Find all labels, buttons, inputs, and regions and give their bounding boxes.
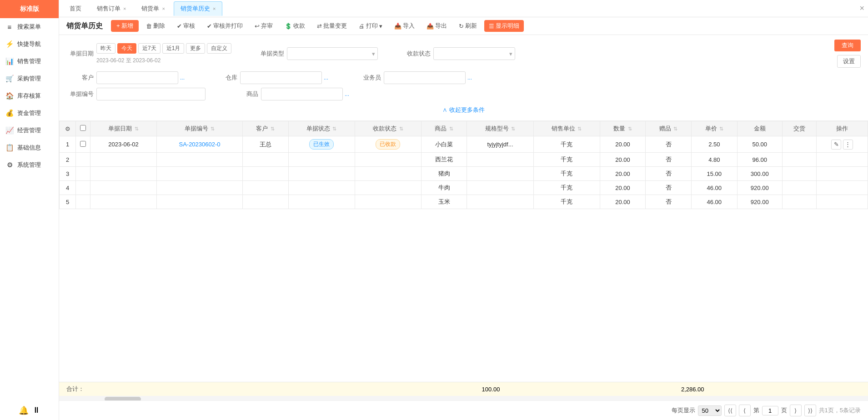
export-button[interactable]: 📤 导出: [422, 20, 452, 32]
col-doc-date[interactable]: 单据日期 ⇅: [90, 121, 157, 136]
sidebar-item-sales-mgmt[interactable]: 📊 销售管理: [0, 53, 59, 70]
set-button[interactable]: 设置: [837, 55, 861, 68]
export-icon: 📤: [426, 23, 434, 30]
collapse-filter-btn[interactable]: ∧ 收起更多条件: [66, 104, 861, 116]
col-checkbox[interactable]: [76, 121, 90, 136]
payment-status-dropdown-icon: ▾: [509, 50, 512, 57]
prev-page-btn[interactable]: ⟨: [739, 405, 751, 416]
col-qty[interactable]: 数量 ⇅: [600, 121, 646, 136]
date-btn-1month[interactable]: 近1月: [162, 43, 185, 54]
first-page-btn[interactable]: ⟨⟨: [724, 405, 736, 416]
page-number-input[interactable]: [762, 406, 778, 415]
sidebar-item-sys-mgmt[interactable]: ⚙ 系统管理: [0, 156, 59, 174]
cell-gift: 否: [646, 181, 692, 195]
pause-icon[interactable]: ⏸: [32, 405, 40, 415]
customer-input[interactable]: [96, 71, 178, 84]
query-button[interactable]: 查询: [834, 40, 861, 51]
staff-input[interactable]: [384, 71, 466, 84]
print-button[interactable]: 🖨 打印 ▾: [354, 20, 387, 32]
more-action-btn[interactable]: ⋮: [843, 140, 853, 150]
date-filter-field: 单据日期 昨天 今天 近7天 近1月 更多 自定义 2023-06-02 至 2…: [66, 43, 231, 65]
per-page-select[interactable]: 20 50 100: [698, 405, 722, 416]
date-btn-more[interactable]: 更多: [186, 43, 205, 54]
sidebar-item-ops-mgmt[interactable]: 📈 经营管理: [0, 122, 59, 139]
tab-sales-history[interactable]: 销货单历史 ×: [174, 1, 222, 16]
audit-print-button[interactable]: ✔ 审核并打印: [202, 20, 247, 32]
cell-doc-date: [90, 167, 157, 181]
tab-sales-order-close[interactable]: ×: [123, 6, 126, 11]
cell-checkbox[interactable]: [76, 136, 90, 153]
warehouse-ellipsis-btn[interactable]: ...: [324, 75, 328, 81]
col-action: 操作: [816, 121, 868, 136]
sidebar-item-search-menu[interactable]: ≡ 搜索菜单: [0, 18, 59, 35]
horizontal-scrollbar[interactable]: [59, 396, 868, 400]
delete-button[interactable]: 🗑 删除: [141, 20, 170, 32]
date-btn-yesterday[interactable]: 昨天: [96, 43, 115, 54]
cell-checkbox[interactable]: [76, 181, 90, 195]
col-sales-unit[interactable]: 销售单位 ⇅: [533, 121, 600, 136]
settings-icon[interactable]: ⚙: [65, 125, 70, 132]
cell-sales-unit: 千克: [533, 153, 600, 167]
warehouse-input[interactable]: [240, 71, 322, 84]
date-btn-custom[interactable]: 自定义: [207, 43, 231, 54]
show-detail-button[interactable]: ☰ 显示明细: [484, 20, 524, 32]
col-spec-type[interactable]: 规格型号 ⇅: [467, 121, 533, 136]
col-payment-status[interactable]: 收款状态 ⇅: [355, 121, 421, 136]
customer-ellipsis-btn[interactable]: ...: [180, 75, 185, 81]
staff-ellipsis-btn[interactable]: ...: [467, 75, 472, 81]
new-button[interactable]: + 新增: [111, 20, 139, 32]
date-btn-7days[interactable]: 近7天: [138, 43, 161, 54]
sidebar-item-quick-nav[interactable]: ⚡ 快捷导航: [0, 35, 59, 53]
edit-action-btn[interactable]: ✎: [831, 140, 841, 150]
doc-no-input[interactable]: [96, 88, 206, 100]
row-checkbox[interactable]: [80, 141, 86, 147]
col-customer[interactable]: 客户 ⇅: [242, 121, 288, 136]
table-row: 2 西兰花 千克 20.00 否 4.80 96.00: [60, 153, 868, 167]
next-page-btn[interactable]: ⟩: [790, 405, 802, 416]
col-settings[interactable]: ⚙: [60, 121, 76, 136]
payment-status-badge: 已收款: [376, 139, 400, 150]
goods-input[interactable]: [261, 88, 343, 100]
gift-sort-icon: ⇅: [673, 126, 677, 131]
refresh-button[interactable]: ↻ 刷新: [454, 20, 482, 32]
collect-button[interactable]: 💲 收款: [280, 20, 310, 32]
sidebar-item-finance-mgmt[interactable]: 💰 资金管理: [0, 105, 59, 122]
tab-sales-order[interactable]: 销售订单 ×: [90, 1, 133, 16]
doc-type-input[interactable]: [287, 47, 378, 60]
date-btn-today[interactable]: 今天: [117, 43, 136, 54]
select-all-checkbox[interactable]: [80, 125, 86, 131]
import-button[interactable]: 📥 导入: [390, 20, 419, 32]
tab-home[interactable]: 首页: [63, 1, 88, 16]
close-all-tabs-button[interactable]: ×: [859, 4, 864, 13]
last-page-btn[interactable]: ⟩⟩: [804, 405, 816, 416]
cell-checkbox[interactable]: [76, 195, 90, 209]
tab-sales-goods-close[interactable]: ×: [162, 6, 165, 11]
goods-ellipsis-btn[interactable]: ...: [345, 91, 349, 97]
doc-no-link[interactable]: SA-20230602-0: [179, 141, 220, 148]
tab-sales-history-close[interactable]: ×: [213, 6, 216, 11]
payment-status-input[interactable]: [433, 47, 515, 60]
col-gift[interactable]: 赠品 ⇅: [646, 121, 692, 136]
page-title: 销货单历史: [66, 21, 103, 31]
cell-doc-date: 2023-06-02: [90, 136, 157, 153]
date-range-text: 2023-06-02 至 2023-06-02: [96, 57, 231, 65]
col-doc-status[interactable]: 单据状态 ⇅: [288, 121, 355, 136]
sidebar-item-basic-info[interactable]: 📋 基础信息: [0, 139, 59, 156]
doc-status-sort-icon: ⇅: [332, 126, 336, 131]
cell-checkbox[interactable]: [76, 153, 90, 167]
batch-change-button[interactable]: ⇄ 批量变更: [312, 20, 351, 32]
cell-seq: 2: [60, 153, 76, 167]
cell-checkbox[interactable]: [76, 167, 90, 181]
col-goods[interactable]: 商品 ⇅: [421, 121, 467, 136]
sidebar-item-purchase-mgmt[interactable]: 🛒 采购管理: [0, 70, 59, 87]
warehouse-filter-field: 仓库 ...: [210, 71, 328, 84]
cell-unit-price: 46.00: [691, 181, 737, 195]
audit-button[interactable]: ✔ 审核: [172, 20, 200, 32]
tab-sales-goods[interactable]: 销货单 ×: [135, 1, 171, 16]
notification-icon[interactable]: 🔔: [19, 405, 29, 415]
sidebar-item-inventory-calc[interactable]: 🏠 库存核算: [0, 87, 59, 105]
col-doc-no[interactable]: 单据编号 ⇅: [157, 121, 243, 136]
abandon-button[interactable]: ↩ 弃审: [250, 20, 277, 32]
col-unit-price[interactable]: 单价 ⇅: [691, 121, 737, 136]
spec-sort-icon: ⇅: [511, 126, 515, 131]
